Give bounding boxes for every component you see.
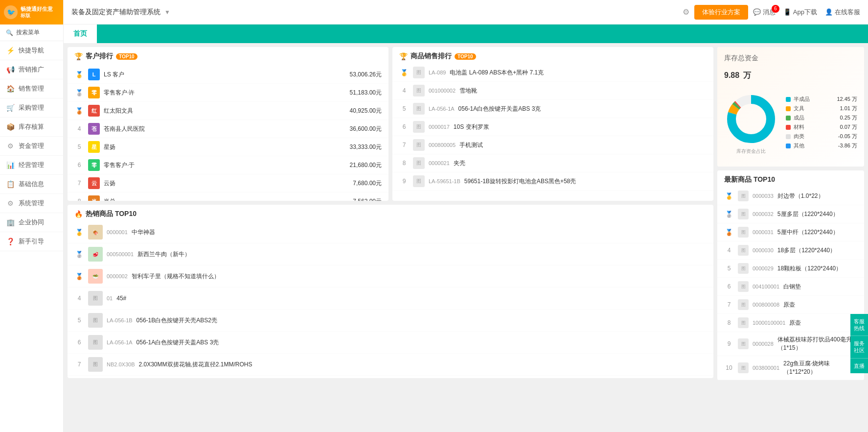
settings-icon[interactable]: ⚙ [683, 7, 689, 17]
customer-name: 零售客户·许 [104, 89, 346, 97]
product-code: NB2.0X30B [107, 361, 135, 367]
legend-dot [786, 116, 791, 120]
list-item: 🥈 图 0000032 5厘多层（1220*2440） [717, 205, 864, 223]
notification-icon: 💬 [753, 8, 761, 16]
customer-name: 肖总 [104, 197, 349, 201]
customer-name: 星扬 [104, 143, 346, 151]
notifications-button[interactable]: 💬 消息 6 [753, 8, 776, 17]
notification-badge: 6 [772, 5, 779, 13]
sidebar-item-marketing[interactable]: 📢 营销推广 [0, 60, 63, 79]
product-code: 0000031 [753, 229, 774, 235]
legend-label: 半成品 [794, 96, 810, 103]
sidebar-item-purchase[interactable]: 🛒 采购管理 [0, 98, 63, 118]
sidebar-item-finance[interactable]: ⚙ 资金管理 [0, 137, 63, 156]
sidebar-item-enterprise[interactable]: 🏢 企业协同 [0, 213, 63, 232]
product-code: LA-089 [429, 70, 446, 75]
customer-name: 苍南县人民医院 [104, 125, 346, 133]
legend-label: 成品 [794, 114, 804, 121]
product-name: 体械荔枝味苏打饮品400毫升（1*15） [777, 336, 857, 352]
legend-dot [786, 144, 791, 148]
product-code: 0000021 [429, 160, 450, 166]
community-button[interactable]: 服务社区 [850, 336, 868, 359]
trophy-icon: 🏆 [74, 52, 83, 60]
customer-amount: 21,680.00元 [350, 161, 382, 169]
live-button[interactable]: 直播 [850, 359, 868, 373]
product-image: 图 [738, 263, 749, 274]
rank-number: 4 [74, 295, 84, 302]
marketing-icon: 📢 [6, 65, 15, 74]
sidebar-item-label: 采购管理 [19, 103, 44, 112]
product-image: 图 [88, 357, 103, 372]
product-name: 22g鱼豆腐·烧烤味（1*12*20） [783, 360, 857, 376]
fire-icon: 🔥 [74, 210, 83, 218]
table-row: 5 图 LA-056-1B 056-1B白色按键开关壳ABS2壳 [68, 310, 713, 332]
rank-number: 8 [399, 160, 409, 167]
table-row: 🥈 🥩 000500001 新西兰牛肉（新牛） [68, 243, 713, 265]
tab-home[interactable]: 首页 [64, 24, 97, 43]
customer-amount: 36,600.00元 [350, 125, 382, 133]
list-item: 🥇 图 0000033 封边带（1.0*22） [717, 187, 864, 205]
latest-products-panel: 最新商品 TOP10 🥇 图 0000033 封边带（1.0*22） 🥈 图 0… [717, 170, 864, 380]
sidebar-item-label: 新手引导 [19, 237, 44, 246]
legend-value: -0.05 万 [838, 133, 857, 140]
product-code: 004100001 [753, 284, 779, 289]
legend-label: 材料 [794, 123, 804, 131]
sidebar-item-system[interactable]: ⚙ 系统管理 [0, 194, 63, 213]
avatar: L [88, 69, 100, 80]
basic-info-icon: 📋 [6, 180, 15, 189]
product-name: 原壶 [783, 301, 857, 309]
list-item: 7 图 000800008 原壶 [717, 296, 864, 314]
list-item: 10 图 003800001 22g鱼豆腐·烧烤味（1*12*20） [717, 356, 864, 380]
online-service-button[interactable]: 👤 在线客服 [825, 8, 860, 17]
search-menu[interactable]: 🔍 搜索菜单 [0, 24, 63, 41]
rank-number: 8 [74, 198, 84, 201]
dropdown-arrow-icon[interactable]: ▼ [164, 9, 170, 16]
trophy-icon: 🏆 [399, 52, 408, 60]
product-code: LA-59651-1B [429, 178, 460, 184]
customer-ranking-panel: 🏆 客户排行 TOP10 🥇 L LS 客户 53,006.26元 [68, 47, 388, 201]
customer-amount: 51,183.00元 [350, 89, 382, 97]
sidebar-item-basic-info[interactable]: 📋 基础信息 [0, 175, 63, 194]
sidebar-item-inventory[interactable]: 📦 库存核算 [0, 118, 63, 137]
product-image: 图 [738, 191, 749, 201]
list-item: 9 图 0000028 体械荔枝味苏打饮品400毫升（1*15） [717, 332, 864, 356]
product-name: 10S 变利罗浆 [454, 123, 707, 131]
sidebar-item-operation[interactable]: 📊 经营管理 [0, 156, 63, 175]
search-icon: 🔍 [6, 29, 13, 36]
table-row: 7 图 000800005 手机测试 [392, 136, 713, 154]
product-image: 图 [413, 103, 425, 115]
float-buttons: 客服热线 服务社区 直播 [850, 314, 868, 373]
customer-service-button[interactable]: 客服热线 [850, 314, 868, 336]
table-row: 5 图 LA-056-1A 056-1A白色按键开关盖ABS 3克 [392, 100, 713, 118]
rank-number: 4 [74, 125, 84, 132]
sidebar-item-label: 库存核算 [19, 122, 44, 131]
trial-button[interactable]: 体验行业方案 [694, 5, 748, 20]
sidebar-item-newbie[interactable]: ❓ 新手引导 [0, 232, 63, 251]
inventory-amount: 9.88 万 [724, 66, 857, 81]
legend-item: 成品 0.25 万 [786, 114, 857, 121]
sidebar-item-sales[interactable]: 🏠 销售管理 [0, 79, 63, 98]
product-name: 电池盖 LA-089 ABS本色+黑种 7.1克 [450, 69, 707, 77]
legend-value: 12.45 万 [837, 96, 857, 103]
app-download-button[interactable]: 📱 App下载 [783, 8, 817, 17]
product-image: 🍖 [88, 225, 103, 240]
hot-products-title: 🔥 热销商品 TOP10 [68, 205, 713, 221]
table-row: 🥇 L LS 客户 53,006.26元 [68, 66, 388, 84]
content-area: 🏆 客户排行 TOP10 🥇 L LS 客户 53,006.26元 [64, 43, 868, 432]
newbie-icon: ❓ [6, 237, 15, 246]
latest-products-label: 最新商品 TOP10 [724, 175, 775, 184]
table-row: 4 苍 苍南县人民医院 36,600.00元 [68, 120, 388, 138]
sidebar-item-label: 系统管理 [19, 199, 44, 208]
product-image: 图 [413, 139, 425, 151]
rank-number: 7 [724, 301, 734, 308]
product-code: 003800001 [753, 365, 779, 371]
product-image: 图 [738, 338, 749, 349]
product-name: 18颗粒板（1220*2440） [777, 264, 857, 273]
system-icon: ⚙ [6, 199, 15, 208]
table-row: 6 图 LA-056-1A 056-1A白色按键开关盖ABS 3壳 [68, 332, 713, 354]
sidebar-item-quick-nav[interactable]: ⚡ 快捷导航 [0, 41, 63, 60]
enterprise-icon: 🏢 [6, 218, 15, 227]
avatar: 肖 [88, 195, 100, 201]
rank-1-icon: 🥇 [74, 227, 84, 237]
rank-number: 5 [74, 144, 84, 150]
